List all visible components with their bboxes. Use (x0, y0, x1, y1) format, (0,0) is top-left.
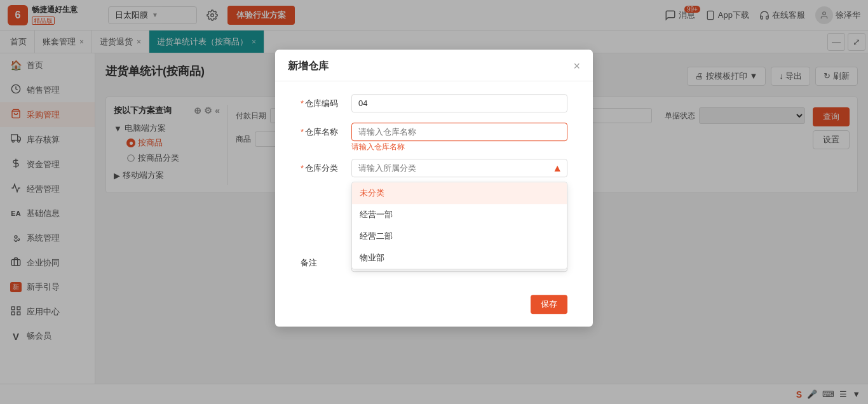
modal-body: 仓库编码 仓库名称 请输入仓库名称 仓库分类 ▲ 未分类 经营一部 经营二部 物… (275, 81, 593, 295)
category-dropdown-arrow-icon[interactable]: ▲ (552, 163, 562, 174)
dropdown-item-property[interactable]: 物业部 (352, 247, 567, 269)
category-input[interactable] (351, 159, 567, 177)
dropdown-item-ops1[interactable]: 经营一部 (352, 204, 567, 226)
warehouse-name-input[interactable] (351, 123, 567, 141)
form-row-code: 仓库编码 (301, 94, 567, 112)
modal-title: 新增仓库 (288, 60, 329, 73)
dropdown-item-none[interactable]: 未分类 (352, 182, 567, 204)
form-row-category: 仓库分类 ▲ 未分类 经营一部 经营二部 物业部 (301, 159, 567, 177)
category-label: 仓库分类 (301, 159, 351, 174)
category-select-wrapper: ▲ (351, 159, 567, 177)
modal-close-icon[interactable]: × (573, 60, 580, 73)
name-error-message: 请输入仓库名称 (351, 142, 405, 152)
modal-footer: 保存 (275, 295, 593, 314)
notes-label: 备注 (301, 253, 351, 269)
modal-header: 新增仓库 × (275, 50, 593, 81)
code-label: 仓库编码 (301, 94, 351, 109)
dropdown-item-ops2[interactable]: 经营二部 (352, 226, 567, 247)
category-dropdown-list: 未分类 经营一部 经营二部 物业部 (351, 182, 567, 269)
name-label: 仓库名称 (301, 123, 351, 138)
add-warehouse-modal: 新增仓库 × 仓库编码 仓库名称 请输入仓库名称 仓库分类 ▲ 未分类 经营一部 (275, 50, 593, 327)
form-row-name: 仓库名称 请输入仓库名称 (301, 123, 567, 141)
warehouse-code-input[interactable] (351, 94, 567, 112)
save-button[interactable]: 保存 (531, 295, 567, 314)
